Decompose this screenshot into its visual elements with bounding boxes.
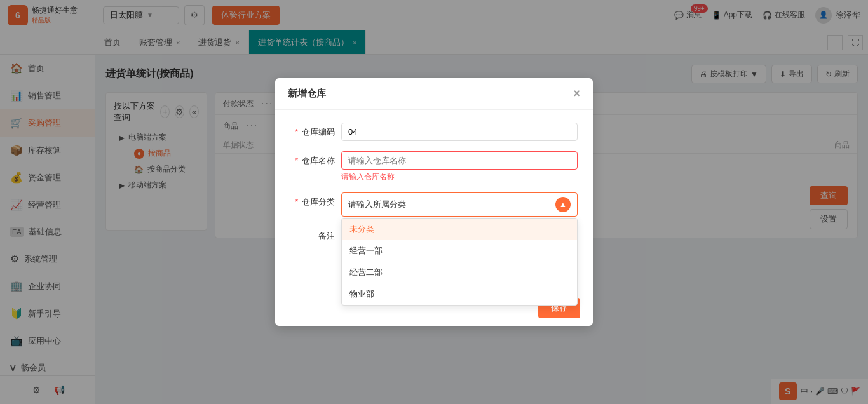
category-control: 请输入所属分类 ▲ 未分类 经营一部 经营二部 物业部 (341, 192, 578, 217)
category-dropdown: 未分类 经营一部 经营二部 物业部 (341, 218, 578, 306)
dropdown-item-dept2[interactable]: 经营二部 (342, 262, 577, 283)
new-warehouse-modal: 新增仓库 × * 仓库编码 * 仓库名称 请输入仓库名称 (275, 78, 593, 326)
code-input[interactable] (341, 123, 578, 141)
code-control (341, 123, 578, 141)
name-control: 请输入仓库名称 (341, 151, 578, 182)
category-select[interactable]: 请输入所属分类 ▲ (341, 192, 578, 217)
note-label: 备注 (290, 227, 341, 242)
name-error: 请输入仓库名称 (341, 172, 578, 182)
name-form-row: * 仓库名称 请输入仓库名称 (290, 151, 578, 182)
modal-close-button[interactable]: × (573, 87, 580, 100)
name-input[interactable] (341, 151, 578, 170)
code-label: * 仓库编码 (290, 123, 341, 138)
name-label: * 仓库名称 (290, 151, 341, 166)
category-placeholder: 请输入所属分类 (348, 199, 406, 210)
category-label: * 仓库分类 (290, 192, 341, 208)
dropdown-item-dept3[interactable]: 物业部 (342, 283, 577, 305)
modal-title: 新增仓库 (288, 88, 326, 100)
category-form-row: * 仓库分类 请输入所属分类 ▲ 未分类 经营一部 经营二部 物业部 (290, 192, 578, 217)
dropdown-item-unclassified[interactable]: 未分类 (342, 219, 577, 240)
select-up-icon: ▲ (555, 197, 571, 212)
dropdown-item-dept1[interactable]: 经营一部 (342, 240, 577, 262)
modal-header: 新增仓库 × (275, 78, 593, 110)
modal-body: * 仓库编码 * 仓库名称 请输入仓库名称 * 仓库分类 (275, 110, 593, 290)
code-form-row: * 仓库编码 (290, 123, 578, 141)
